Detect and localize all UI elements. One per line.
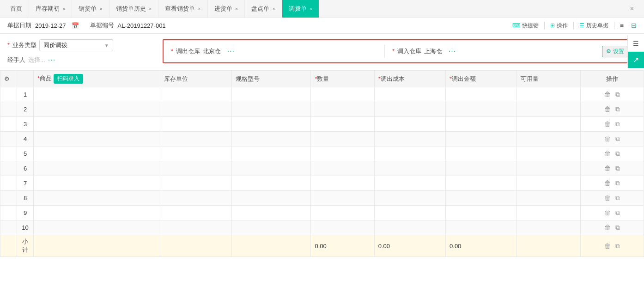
right-panel-list-btn[interactable]: ☰ bbox=[628, 35, 644, 52]
row-product-cell[interactable] bbox=[34, 220, 160, 235]
tab-close-transfer-order[interactable]: × bbox=[310, 6, 312, 12]
tab-close-purchase-order[interactable]: × bbox=[235, 6, 238, 12]
row-copy-icon[interactable]: ⧉ bbox=[614, 209, 621, 216]
tab-home[interactable]: 首页 bbox=[4, 0, 29, 18]
row-copy-icon[interactable]: ⧉ bbox=[614, 135, 621, 142]
row-spec-cell bbox=[231, 206, 311, 220]
person-more-btn[interactable]: ··· bbox=[48, 56, 55, 64]
tab-close-inventory-check[interactable]: × bbox=[272, 6, 275, 12]
row-copy-icon[interactable]: ⧉ bbox=[614, 165, 621, 172]
row-amount-cell[interactable] bbox=[446, 132, 517, 146]
row-product-cell[interactable] bbox=[34, 191, 160, 206]
tab-transfer-order[interactable]: 调拨单 × bbox=[282, 0, 319, 18]
row-amount-cell[interactable] bbox=[446, 87, 517, 102]
row-qty-cell[interactable] bbox=[311, 191, 374, 206]
settings-button[interactable]: ⚙ 设置 bbox=[602, 46, 628, 57]
col-settings-header[interactable]: ⚙ bbox=[0, 71, 17, 87]
window-close-button[interactable]: × bbox=[624, 0, 640, 18]
row-cost-cell[interactable] bbox=[374, 87, 445, 102]
row-product-cell[interactable] bbox=[34, 161, 160, 176]
row-delete-icon[interactable]: 🗑 bbox=[603, 179, 612, 187]
person-placeholder[interactable]: 选择... bbox=[28, 56, 45, 64]
shortcut-btn[interactable]: ⌨ 快捷键 bbox=[512, 22, 539, 30]
subtotal-copy-icon[interactable]: ⧉ bbox=[614, 242, 621, 250]
row-qty-cell[interactable] bbox=[311, 206, 374, 220]
row-cost-cell[interactable] bbox=[374, 132, 445, 146]
biz-type-select[interactable]: 同价调拨 ▼ bbox=[39, 39, 113, 51]
row-product-cell[interactable] bbox=[34, 146, 160, 161]
list-icon: ☰ bbox=[633, 40, 639, 47]
out-warehouse-more-btn[interactable]: ··· bbox=[227, 47, 235, 55]
row-qty-cell[interactable] bbox=[311, 146, 374, 161]
row-product-cell[interactable] bbox=[34, 102, 160, 117]
main-content: 单据日期 2019-12-27 📅 单据编号 AL-20191227-001 ⌨… bbox=[0, 18, 644, 293]
tab-purchase-order[interactable]: 进货单 × bbox=[208, 0, 245, 18]
calendar-icon[interactable]: 📅 bbox=[72, 22, 79, 29]
row-cost-cell[interactable] bbox=[374, 117, 445, 132]
row-cost-cell[interactable] bbox=[374, 206, 445, 220]
scan-input-btn[interactable]: 扫码录入 bbox=[54, 74, 83, 84]
tab-inventory-init[interactable]: 库存期初 × bbox=[29, 0, 72, 18]
row-num-cell: 7 bbox=[17, 176, 34, 191]
row-cost-cell[interactable] bbox=[374, 161, 445, 176]
row-cost-cell[interactable] bbox=[374, 176, 445, 191]
in-warehouse-more-btn[interactable]: ··· bbox=[449, 47, 456, 55]
row-delete-icon[interactable]: 🗑 bbox=[603, 105, 612, 113]
row-product-cell[interactable] bbox=[34, 132, 160, 146]
row-amount-cell[interactable] bbox=[446, 161, 517, 176]
row-amount-cell[interactable] bbox=[446, 146, 517, 161]
row-product-cell[interactable] bbox=[34, 87, 160, 102]
right-panel-export-btn[interactable]: ↗ bbox=[628, 52, 644, 68]
row-product-cell[interactable] bbox=[34, 117, 160, 132]
row-cost-cell[interactable] bbox=[374, 146, 445, 161]
row-delete-icon[interactable]: 🗑 bbox=[603, 150, 612, 157]
operation-btn[interactable]: ⊞ 操作 bbox=[550, 22, 568, 30]
row-qty-cell[interactable] bbox=[311, 87, 374, 102]
row-qty-cell[interactable] bbox=[311, 176, 374, 191]
col-amount-header: *调出金额 bbox=[446, 71, 517, 87]
row-copy-icon[interactable]: ⧉ bbox=[614, 194, 621, 201]
tab-view-sales[interactable]: 查看销货单 × bbox=[158, 0, 207, 18]
tab-sales-order[interactable]: 销货单 × bbox=[72, 0, 109, 18]
layout-grid-btn[interactable]: ⊟ bbox=[631, 22, 637, 29]
tab-close-inventory-init[interactable]: × bbox=[62, 6, 65, 12]
row-qty-cell[interactable] bbox=[311, 132, 374, 146]
row-amount-cell[interactable] bbox=[446, 102, 517, 117]
row-amount-cell[interactable] bbox=[446, 191, 517, 206]
row-delete-icon[interactable]: 🗑 bbox=[603, 165, 612, 172]
row-qty-cell[interactable] bbox=[311, 220, 374, 235]
row-copy-icon[interactable]: ⧉ bbox=[614, 179, 621, 187]
row-delete-icon[interactable]: 🗑 bbox=[603, 209, 612, 216]
row-copy-icon[interactable]: ⧉ bbox=[614, 120, 621, 128]
row-copy-icon[interactable]: ⧉ bbox=[614, 91, 621, 98]
row-copy-icon[interactable]: ⧉ bbox=[614, 224, 621, 231]
row-delete-icon[interactable]: 🗑 bbox=[603, 91, 612, 98]
tab-close-sales-order[interactable]: × bbox=[99, 6, 102, 12]
row-qty-cell[interactable] bbox=[311, 161, 374, 176]
row-amount-cell[interactable] bbox=[446, 220, 517, 235]
history-btn[interactable]: ☰ 历史单据 bbox=[579, 22, 608, 30]
row-qty-cell[interactable] bbox=[311, 117, 374, 132]
row-amount-cell[interactable] bbox=[446, 176, 517, 191]
row-delete-icon[interactable]: 🗑 bbox=[603, 120, 612, 128]
row-amount-cell[interactable] bbox=[446, 117, 517, 132]
row-amount-cell[interactable] bbox=[446, 206, 517, 220]
subtotal-delete-icon[interactable]: 🗑 bbox=[603, 242, 612, 250]
layout-list-btn[interactable]: ≡ bbox=[620, 22, 624, 29]
row-qty-cell[interactable] bbox=[311, 102, 374, 117]
tab-close-sales-history[interactable]: × bbox=[149, 6, 152, 12]
row-delete-icon[interactable]: 🗑 bbox=[603, 224, 612, 231]
tab-sales-history[interactable]: 销货单历史 × bbox=[109, 0, 158, 18]
row-cost-cell[interactable] bbox=[374, 220, 445, 235]
tab-close-view-sales[interactable]: × bbox=[198, 6, 200, 12]
row-copy-icon[interactable]: ⧉ bbox=[614, 105, 621, 113]
row-delete-icon[interactable]: 🗑 bbox=[603, 135, 612, 142]
tab-inventory-check[interactable]: 盘点单 × bbox=[245, 0, 282, 18]
row-copy-icon[interactable]: ⧉ bbox=[614, 150, 621, 157]
divider2 bbox=[573, 22, 574, 29]
row-product-cell[interactable] bbox=[34, 206, 160, 220]
row-delete-icon[interactable]: 🗑 bbox=[603, 194, 612, 201]
row-cost-cell[interactable] bbox=[374, 102, 445, 117]
row-product-cell[interactable] bbox=[34, 176, 160, 191]
row-cost-cell[interactable] bbox=[374, 191, 445, 206]
